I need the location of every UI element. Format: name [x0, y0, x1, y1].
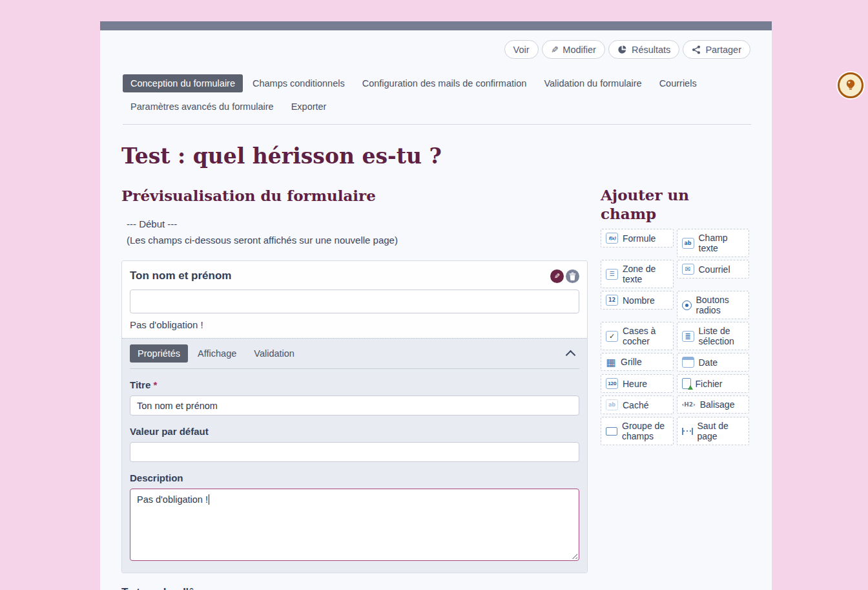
share-button-label: Partager	[705, 45, 741, 55]
field-description-text: Pas d'obligation !	[130, 319, 579, 330]
field-header: Ton nom et prénom	[130, 269, 579, 283]
add-champ-texte-button[interactable]: Champ texte	[677, 229, 750, 257]
title-label-text: Titre	[130, 379, 150, 390]
edit-button-label: Modifier	[563, 45, 596, 55]
help-lightbulb-button[interactable]	[838, 72, 863, 98]
hidden-icon	[606, 399, 618, 410]
tab-exporter[interactable]: Exporter	[284, 98, 335, 116]
radio-icon	[682, 300, 692, 310]
edit-button[interactable]: Modifier	[542, 40, 605, 59]
nav-tabs-row-1: Conception du formulaire Champs conditio…	[123, 74, 751, 92]
title-input[interactable]	[130, 395, 579, 416]
pagebreak-icon	[682, 428, 693, 435]
view-button[interactable]: Voir	[504, 40, 539, 59]
add-field-grid: Formule Champ texte Zone de texte Courri…	[601, 229, 749, 445]
add-field-label: Nombre	[623, 295, 655, 306]
tab-proprietes[interactable]: Propriétés	[130, 344, 188, 363]
view-button-label: Voir	[513, 45, 530, 55]
field-preview-section: Ton nom et prénom Pas d'obligation !	[122, 261, 587, 338]
email-icon	[682, 264, 694, 275]
add-groupe-de-champs-button[interactable]: Groupe de champs	[601, 417, 674, 445]
formula-icon	[606, 233, 618, 244]
form-nav-tabs: Conception du formulaire Champs conditio…	[123, 74, 751, 125]
tab-champs-conditionnels[interactable]: Champs conditionnels	[245, 74, 353, 92]
add-field-label: Groupe de champs	[622, 421, 668, 441]
add-field-label: Courriel	[699, 264, 730, 275]
fieldset-icon	[606, 427, 617, 436]
editor-tabs: Propriétés Affichage Validation	[130, 344, 579, 369]
tab-configuration-mails[interactable]: Configuration des mails de confirmation	[355, 74, 535, 92]
tab-validation-du-formulaire[interactable]: Validation du formulaire	[536, 74, 649, 92]
tab-conception-du-formulaire[interactable]: Conception du formulaire	[123, 74, 243, 92]
add-liste-de-selection-button[interactable]: Liste de sélection	[677, 322, 750, 350]
title-field-label: Titre *	[130, 379, 579, 390]
description-textarea-value: Pas d'obligation !	[137, 494, 208, 505]
add-balisage-button[interactable]: Balisage	[677, 395, 750, 414]
add-field-label: Fichier	[696, 379, 723, 389]
description-label: Description	[130, 472, 579, 483]
description-textarea[interactable]: Pas d'obligation !	[130, 489, 579, 561]
add-nombre-button[interactable]: Nombre	[601, 291, 674, 310]
select-icon	[682, 331, 694, 342]
add-cache-button[interactable]: Caché	[601, 395, 674, 414]
form-preview-column: Prévisualisation du formulaire --- Début…	[121, 186, 588, 590]
number-icon	[606, 295, 618, 306]
add-boutons-radios-button[interactable]: Boutons radios	[677, 291, 750, 319]
add-field-label: Formule	[623, 233, 656, 244]
results-button[interactable]: Résultats	[608, 40, 679, 59]
grid-icon	[606, 357, 616, 367]
tab-courriels[interactable]: Courriels	[652, 74, 705, 92]
action-toolbar: Voir Modifier Résultats Partager	[100, 40, 772, 59]
tab-affichage[interactable]: Affichage	[190, 344, 244, 363]
results-button-label: Résultats	[632, 45, 670, 55]
resize-handle[interactable]	[571, 553, 577, 559]
share-button[interactable]: Partager	[683, 40, 750, 59]
share-icon	[692, 45, 701, 54]
add-formule-button[interactable]: Formule	[601, 229, 674, 248]
textfield-icon	[682, 238, 694, 249]
tab-validation[interactable]: Validation	[246, 344, 302, 363]
add-saut-de-page-button[interactable]: Saut de page	[677, 417, 750, 445]
add-field-label: Caché	[623, 400, 648, 410]
text-caret	[209, 494, 210, 505]
add-field-label: Cases à cocher	[623, 326, 668, 346]
textarea-icon	[606, 269, 618, 280]
tab-parametres-avances[interactable]: Paramètres avancés du formulaire	[123, 98, 282, 116]
form-field-card: Ton nom et prénom Pas d'obligation ! Pro…	[121, 260, 588, 573]
field-preview-input[interactable]	[130, 290, 579, 313]
add-courriel-button[interactable]: Courriel	[677, 260, 750, 279]
add-fichier-button[interactable]: Fichier	[677, 374, 750, 393]
checkboxes-icon	[606, 331, 618, 342]
lightbulb-icon	[845, 79, 856, 92]
time-icon	[606, 378, 618, 389]
add-cases-a-cocher-button[interactable]: Cases à cocher	[601, 322, 674, 350]
add-field-label: Saut de page	[698, 421, 745, 441]
add-field-label: Grille	[621, 357, 642, 367]
next-field-label: Ta tranche d'âge	[121, 586, 588, 590]
field-editor-panel: Propriétés Affichage Validation Titre * …	[122, 338, 587, 573]
pencil-icon	[551, 45, 559, 55]
field-label: Ton nom et prénom	[130, 269, 548, 282]
delete-field-button[interactable]	[566, 269, 579, 283]
add-field-label: Date	[699, 357, 718, 368]
add-field-label: Zone de texte	[623, 264, 668, 284]
pie-chart-icon	[617, 45, 627, 54]
nav-tabs-row-2: Paramètres avancés du formulaire Exporte…	[123, 98, 751, 116]
page-break-note: (Les champs ci-dessous seront affichés s…	[127, 232, 588, 248]
add-date-button[interactable]: Date	[677, 353, 750, 372]
add-heure-button[interactable]: Heure	[601, 374, 674, 393]
add-field-label: Champ texte	[699, 233, 745, 253]
add-field-label: Heure	[623, 379, 647, 389]
default-value-input[interactable]	[130, 442, 579, 462]
add-field-label: Liste de sélection	[699, 326, 745, 346]
collapse-chevron-up-icon[interactable]	[566, 350, 576, 360]
preview-heading: Prévisualisation du formulaire	[121, 186, 588, 205]
markup-icon	[682, 400, 696, 410]
add-field-label: Balisage	[700, 399, 735, 410]
add-grille-button[interactable]: Grille	[601, 353, 674, 371]
main-content-area: Voir Modifier Résultats Partager Concept…	[100, 21, 772, 590]
add-field-heading: Ajouter un champ	[601, 185, 704, 223]
edit-field-button[interactable]	[550, 269, 564, 283]
add-zone-de-texte-button[interactable]: Zone de texte	[601, 260, 674, 288]
page-title: Test : quel hérisson es-tu ?	[121, 143, 442, 169]
